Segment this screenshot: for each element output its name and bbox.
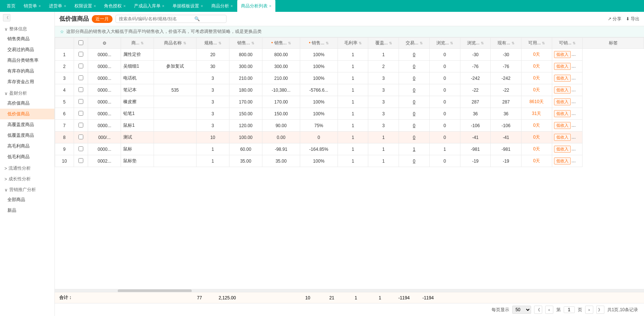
cell-browse1[interactable]: 0 (399, 72, 430, 84)
cell-browse1[interactable]: 1 (399, 143, 430, 155)
browse-link[interactable]: 0 (413, 99, 416, 105)
th-code[interactable]: 商... ⇅ (121, 38, 154, 49)
th-name[interactable]: 商品名称 ⇅ (154, 38, 197, 49)
sidebar-item-category-rate[interactable]: 商品分类销售率 (0, 55, 54, 66)
close-icon[interactable]: × (38, 4, 41, 8)
th-coverage[interactable]: 覆盖... ⇅ (368, 38, 399, 49)
cell-browse1[interactable]: 0 (399, 49, 430, 61)
first-page-button[interactable]: 《 (534, 306, 542, 314)
close-icon[interactable]: × (64, 4, 66, 8)
row-checkbox[interactable] (78, 123, 83, 128)
browse-link[interactable]: 0 (413, 76, 416, 81)
browse-link[interactable]: 0 (413, 111, 416, 116)
th-avail-stock[interactable]: 可用... ⇅ (521, 38, 552, 49)
cell-browse1[interactable]: 0 (399, 155, 430, 167)
close-icon[interactable]: × (94, 4, 96, 8)
th-sellable[interactable]: 可销... ⇅ (552, 38, 583, 49)
cell-browse1[interactable]: 0 (399, 84, 430, 96)
search-icon[interactable]: 🔍 (194, 16, 200, 21)
collapse-sidebar-button[interactable]: 《 (3, 14, 10, 21)
close-icon[interactable]: × (231, 4, 233, 8)
nav-product-analysis[interactable]: 商品分析 × (208, 0, 237, 12)
row-checkbox[interactable] (78, 87, 83, 92)
cell-check[interactable] (74, 143, 88, 155)
row-checkbox[interactable] (78, 146, 83, 151)
page-size-select[interactable]: 50 100 (512, 306, 531, 314)
next-page-button[interactable]: › (585, 306, 593, 314)
cell-browse1[interactable]: 0 (399, 132, 430, 143)
sidebar-item-low-value[interactable]: 低价值商品 (0, 109, 54, 119)
th-settings[interactable]: ⚙ (88, 38, 121, 49)
cell-browse1[interactable]: 0 (399, 61, 430, 72)
cell-check[interactable] (74, 132, 88, 143)
prev-page-button[interactable]: ‹ (545, 306, 553, 314)
cell-check[interactable] (74, 72, 88, 84)
nav-product-analysis-list[interactable]: 商品分析列表 × (237, 0, 275, 12)
row-checkbox[interactable] (78, 99, 83, 104)
cell-check[interactable] (74, 120, 88, 132)
th-browse1[interactable]: 浏览... ⇅ (429, 38, 460, 49)
th-gross-rate[interactable]: 毛利率 ⇅ (338, 38, 368, 49)
browse-link[interactable]: 0 (413, 159, 416, 164)
row-checkbox[interactable] (78, 64, 83, 68)
nav-home[interactable]: 首页 (3, 0, 19, 12)
sidebar-item-all-products[interactable]: 全部商品 (0, 194, 54, 205)
nav-sales-order[interactable]: 销货单 × (20, 0, 44, 12)
cell-check[interactable] (74, 49, 88, 61)
cell-browse1[interactable]: 0 (399, 96, 430, 108)
export-button[interactable]: ⬇ 导出 (626, 16, 640, 22)
cell-check[interactable] (74, 155, 88, 167)
sidebar-item-low-coverage[interactable]: 低覆盖度商品 (0, 130, 54, 141)
cell-check[interactable] (74, 84, 88, 96)
th-sales-price[interactable]: • 销售... ⇅ (262, 38, 300, 49)
sidebar-item-low-margin[interactable]: 低毛利商品 (0, 152, 54, 162)
select-all-checkbox[interactable] (78, 40, 83, 45)
cell-check[interactable] (74, 61, 88, 72)
row-checkbox[interactable] (78, 52, 83, 57)
sidebar-item-new-products[interactable]: 新品 (0, 205, 54, 216)
sidebar-item-sales-products[interactable]: 销售类商品 (0, 34, 54, 44)
th-browse2[interactable]: 浏览... ⇅ (460, 38, 491, 49)
last-page-button[interactable]: 》 (596, 306, 604, 314)
sidebar-item-high-value[interactable]: 高价值商品 (0, 98, 54, 109)
th-trade[interactable]: 交易... ⇅ (399, 38, 430, 49)
nav-template-settings[interactable]: 单据模板设置 × (169, 0, 207, 12)
sidebar-item-high-margin[interactable]: 高毛利商品 (0, 141, 54, 152)
sidebar-item-high-coverage[interactable]: 高覆盖度商品 (0, 119, 54, 130)
horizontal-scrollbar[interactable] (55, 289, 644, 292)
browse-link[interactable]: 0 (413, 64, 416, 69)
cell-check[interactable] (74, 96, 88, 108)
browse-link[interactable]: 0 (413, 88, 416, 93)
th-spec[interactable]: 规格... ⇅ (196, 38, 229, 49)
th-cur-stock[interactable]: 现有... ⇅ (491, 38, 521, 49)
row-checkbox[interactable] (78, 111, 83, 116)
nav-product-in[interactable]: 产成品入库单 × (130, 0, 168, 12)
close-icon[interactable]: × (201, 4, 203, 8)
page-number-input[interactable] (564, 306, 575, 313)
row-checkbox[interactable] (78, 158, 83, 163)
search-input[interactable] (119, 16, 193, 21)
cell-browse1[interactable]: 0 (399, 120, 430, 132)
row-checkbox[interactable] (78, 75, 83, 80)
close-icon[interactable]: × (123, 4, 125, 8)
sidebar-item-stock-capital[interactable]: 库存资金占用 (0, 77, 54, 87)
th-sales-qty[interactable]: 销售... ⇅ (229, 38, 262, 49)
nav-permissions[interactable]: 权限设置 × (71, 0, 100, 12)
cell-check[interactable] (74, 108, 88, 120)
table-container[interactable]: ⚙ 商... ⇅ 商品名称 ⇅ 规格... ⇅ (55, 37, 644, 289)
nav-purchase-order[interactable]: 进货单 × (45, 0, 70, 12)
browse-link[interactable]: 1 (413, 147, 416, 152)
browse-link[interactable]: 0 (413, 123, 416, 128)
cell-browse1[interactable]: 0 (399, 108, 430, 120)
browse-link[interactable]: 0 (413, 52, 416, 57)
browse-link[interactable]: 0 (413, 135, 416, 140)
close-icon[interactable]: × (162, 4, 164, 8)
sidebar-item-traded-products[interactable]: 交易过的商品 (0, 44, 54, 55)
row-checkbox[interactable] (78, 135, 83, 139)
th-check[interactable] (74, 38, 88, 49)
th-tags[interactable]: 标签 (583, 38, 644, 49)
filter-recent-month-button[interactable]: 近一月 (92, 15, 113, 23)
share-button[interactable]: ↗ 分享 (608, 16, 621, 22)
sidebar-item-stock-products[interactable]: 有库存的商品 (0, 66, 54, 77)
close-icon[interactable]: × (269, 4, 271, 8)
